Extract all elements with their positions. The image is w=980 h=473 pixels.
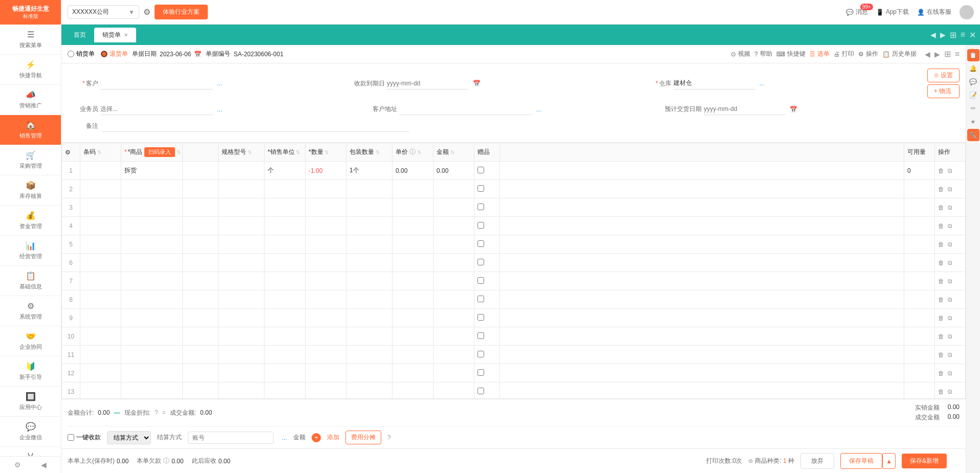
row-qty[interactable] bbox=[306, 364, 346, 382]
gift-checkbox[interactable] bbox=[477, 351, 484, 357]
row-spec[interactable] bbox=[219, 217, 265, 235]
row-price[interactable] bbox=[393, 290, 433, 309]
customer-dots[interactable]: ... bbox=[217, 80, 222, 87]
row-barcode[interactable] bbox=[80, 382, 121, 399]
salesperson-dots[interactable]: ... bbox=[217, 106, 222, 113]
row-remark[interactable] bbox=[500, 162, 904, 180]
row-pkg-qty[interactable] bbox=[346, 346, 393, 364]
row-remark[interactable] bbox=[500, 272, 904, 290]
nav-left-icon[interactable]: ◀ bbox=[925, 50, 930, 58]
row-unit[interactable] bbox=[265, 309, 306, 327]
th-pkg-qty[interactable]: 包装数量 bbox=[346, 143, 393, 162]
row-spec[interactable] bbox=[219, 272, 265, 290]
row-unit[interactable] bbox=[265, 382, 306, 399]
delete-icon[interactable]: 🗑 bbox=[938, 314, 944, 322]
th-amount[interactable]: 金额 bbox=[433, 143, 474, 162]
list-icon[interactable]: ≡ bbox=[955, 50, 960, 59]
th-unit[interactable]: *销售单位 bbox=[265, 143, 306, 162]
row-price[interactable] bbox=[393, 235, 433, 254]
customer-addr-input[interactable] bbox=[399, 103, 532, 115]
row-pkg-qty[interactable] bbox=[346, 382, 393, 399]
row-barcode[interactable] bbox=[80, 346, 121, 364]
row-amount[interactable] bbox=[433, 217, 474, 235]
row-amount[interactable]: 0.00 bbox=[433, 162, 474, 180]
row-spec[interactable] bbox=[219, 254, 265, 272]
salesperson-input[interactable] bbox=[100, 103, 213, 115]
avatar[interactable] bbox=[960, 5, 974, 19]
row-pkg-qty[interactable] bbox=[346, 290, 393, 309]
row-goods[interactable] bbox=[121, 327, 183, 346]
add-payment-button[interactable]: + bbox=[312, 433, 321, 442]
row-goods[interactable] bbox=[121, 235, 183, 254]
row-gift[interactable] bbox=[474, 235, 500, 254]
row-qty[interactable] bbox=[306, 290, 346, 309]
trial-button[interactable]: 体验行业方案 bbox=[155, 5, 208, 19]
close-all-icon[interactable]: ✕ bbox=[969, 30, 976, 40]
row-amount[interactable] bbox=[433, 382, 474, 399]
row-pkg-qty[interactable] bbox=[346, 180, 393, 198]
row-unit[interactable] bbox=[265, 290, 306, 309]
float-btn-7[interactable]: 🔧 bbox=[967, 129, 979, 141]
th-barcode[interactable]: 条码 bbox=[80, 143, 121, 162]
sidebar-item-wechat[interactable]: 💬 企业微信 bbox=[0, 417, 61, 447]
one-click-payment-checkbox[interactable]: 一键收款 bbox=[68, 433, 101, 442]
online-support-button[interactable]: 👤 在线客服 bbox=[917, 8, 951, 16]
delete-icon[interactable]: 🗑 bbox=[938, 259, 944, 266]
row-price[interactable] bbox=[393, 180, 433, 198]
row-qty[interactable] bbox=[306, 198, 346, 217]
row-barcode[interactable] bbox=[80, 290, 121, 309]
sidebar-item-finance[interactable]: 💰 资金管理 bbox=[0, 206, 61, 236]
settings-btn[interactable]: ⊙ ⊙ 设置设置 bbox=[927, 69, 960, 82]
row-gift[interactable] bbox=[474, 162, 500, 180]
calendar-icon[interactable]: 📅 bbox=[194, 51, 202, 58]
sales-order-radio[interactable]: 销货单 bbox=[68, 50, 95, 58]
row-amount[interactable] bbox=[433, 272, 474, 290]
gift-checkbox[interactable] bbox=[477, 240, 484, 247]
row-goods[interactable] bbox=[121, 217, 183, 235]
row-remark[interactable] bbox=[500, 327, 904, 346]
row-qty[interactable] bbox=[306, 180, 346, 198]
delete-icon[interactable]: 🗑 bbox=[938, 241, 944, 248]
row-goods[interactable]: 拆货 bbox=[121, 162, 183, 180]
copy-icon[interactable]: ⧉ bbox=[948, 296, 952, 303]
row-pkg-qty[interactable] bbox=[346, 217, 393, 235]
delete-icon[interactable]: 🗑 bbox=[938, 370, 944, 377]
gift-checkbox[interactable] bbox=[477, 204, 484, 210]
payment-method-select[interactable]: 结算方式 bbox=[107, 431, 151, 444]
row-remark[interactable] bbox=[500, 309, 904, 327]
row-remark[interactable] bbox=[500, 198, 904, 217]
tab-home[interactable]: 首页 bbox=[66, 28, 94, 42]
row-remark[interactable] bbox=[500, 235, 904, 254]
tab-sales-order[interactable]: 销货单 ✕ bbox=[94, 28, 136, 42]
row-pkg-qty[interactable] bbox=[346, 235, 393, 254]
warehouse-dots[interactable]: ... bbox=[759, 80, 765, 87]
row-gift[interactable] bbox=[474, 364, 500, 382]
row-goods[interactable] bbox=[121, 290, 183, 309]
sidebar-item-ops[interactable]: 📊 经营管理 bbox=[0, 236, 61, 266]
row-spec[interactable] bbox=[219, 382, 265, 399]
row-goods[interactable] bbox=[121, 254, 183, 272]
scan-button[interactable]: 扫码录入 bbox=[144, 147, 175, 157]
company-selector[interactable]: XXXXXX公司 ▼ bbox=[68, 5, 139, 19]
row-price[interactable] bbox=[393, 382, 433, 399]
row-amount[interactable] bbox=[433, 364, 474, 382]
row-spec[interactable] bbox=[219, 162, 265, 180]
row-unit[interactable] bbox=[265, 327, 306, 346]
gift-checkbox[interactable] bbox=[477, 222, 484, 229]
row-qty[interactable] bbox=[306, 272, 346, 290]
row-price[interactable]: 0.00 bbox=[393, 162, 433, 180]
delete-icon[interactable]: 🗑 bbox=[938, 333, 944, 340]
shortcut-btn[interactable]: ⌨ 快捷键 bbox=[776, 50, 805, 58]
sidebar-item-sales[interactable]: 🏠 销售管理 bbox=[0, 115, 61, 145]
gift-checkbox[interactable] bbox=[477, 259, 484, 265]
row-goods[interactable] bbox=[121, 382, 183, 399]
float-btn-5[interactable]: ✏ bbox=[967, 102, 979, 115]
message-button[interactable]: 💬 消息 99+ bbox=[846, 8, 868, 16]
save-draft-dropdown[interactable]: ▲ bbox=[882, 453, 896, 469]
row-spec[interactable] bbox=[219, 309, 265, 327]
row-qty[interactable] bbox=[306, 217, 346, 235]
row-remark[interactable] bbox=[500, 254, 904, 272]
delete-icon[interactable]: 🗑 bbox=[938, 296, 944, 303]
row-pkg-qty[interactable] bbox=[346, 327, 393, 346]
row-barcode[interactable] bbox=[80, 180, 121, 198]
